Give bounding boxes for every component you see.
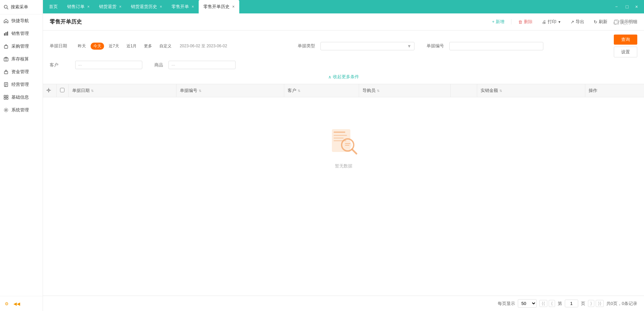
query-button[interactable]: 查询	[614, 35, 637, 45]
settings-icon[interactable]: ⚙	[3, 300, 10, 307]
sidebar-item-label: 库存核算	[11, 56, 29, 62]
date-opt-today[interactable]: 今天	[91, 43, 104, 50]
th-amount[interactable]: 实销金额 ⇅	[477, 84, 585, 97]
tab-close-icon[interactable]: ×	[160, 4, 162, 9]
customer-input[interactable]: ···	[75, 61, 142, 69]
date-options: 昨天 今天 近7天 近1月 更多 自定义	[75, 43, 174, 50]
filter-area: 单据日期 昨天 今天 近7天 近1月 更多 自定义 2023-06-02 至 2…	[43, 31, 644, 84]
print-chevron-icon: ▼	[558, 20, 561, 24]
svg-rect-3	[6, 32, 7, 36]
date-opt-custom[interactable]: 自定义	[157, 43, 174, 50]
tab-sales-return[interactable]: 销货退货 ×	[94, 0, 126, 13]
th-action: 操作	[585, 84, 644, 97]
date-label: 单据日期	[50, 43, 70, 49]
number-input[interactable]	[449, 42, 543, 50]
data-table: 单据日期 ⇅ 单据编号 ⇅ 客户 ⇅	[43, 84, 644, 97]
main-content: 首页 销售订单 × 销货退货 × 销货退货历史 × 零售开单 × 零售开单历史 …	[43, 0, 644, 311]
page-label: 第	[556, 301, 563, 307]
page-input[interactable]	[565, 300, 578, 307]
goods-label: 商品	[154, 62, 163, 68]
svg-rect-15	[4, 98, 6, 99]
sidebar-item-label: 资金管理	[11, 69, 29, 75]
empty-state: 暂无数据	[43, 97, 644, 196]
display-detail-toggle[interactable]: 显示明细	[614, 19, 637, 25]
sidebar-search-label: 搜索采单	[11, 4, 28, 10]
th-customer-label: 客户	[288, 88, 296, 94]
sidebar-item-finance[interactable]: 资金管理	[0, 65, 43, 78]
sidebar-item-sales[interactable]: 销售管理	[0, 27, 43, 40]
date-opt-7days[interactable]: 近7天	[106, 43, 122, 50]
svg-rect-13	[4, 95, 6, 97]
prev-page-btn[interactable]: ⟨	[549, 300, 555, 307]
refresh-button[interactable]: ↻ 刷新	[591, 17, 610, 26]
delete-button[interactable]: 🗑 删除	[515, 17, 535, 26]
goods-input[interactable]: ···	[168, 61, 236, 69]
svg-rect-14	[6, 95, 8, 97]
toolbar: + 新增 🗑 删除 🖨 打印 ▼ ↗ 导出 ↻ 刷新 显示明细	[489, 17, 637, 26]
th-customer[interactable]: 客户 ⇅	[284, 84, 359, 97]
date-opt-1month[interactable]: 近1月	[124, 43, 140, 50]
date-opt-more[interactable]: 更多	[141, 43, 155, 50]
table-container[interactable]: 单据日期 ⇅ 单据编号 ⇅ 客户 ⇅	[43, 84, 644, 296]
select-all-checkbox[interactable]	[60, 88, 64, 92]
collapse-label: 收起更多条件	[333, 74, 359, 80]
first-page-btn[interactable]: ⟨⟨	[539, 300, 547, 307]
table-header-row: 单据日期 ⇅ 单据编号 ⇅ 客户 ⇅	[43, 84, 644, 97]
customer-label: 客户	[50, 62, 70, 68]
collapse-button[interactable]: ∧ 收起更多条件	[50, 72, 637, 81]
sort-icon: ⇅	[298, 89, 300, 93]
export-label: 导出	[576, 19, 584, 25]
th-date-label: 单据日期	[72, 88, 90, 94]
collapse-sidebar-icon[interactable]: ◀◀	[13, 300, 20, 307]
tab-retail-open-history[interactable]: 零售开单历史 ×	[199, 0, 239, 13]
tab-sales-order[interactable]: 销售订单 ×	[62, 0, 94, 13]
sidebar-item-basic-info[interactable]: 基础信息	[0, 91, 43, 104]
svg-rect-21	[334, 135, 347, 136]
type-select-arrow: ▼	[407, 44, 411, 49]
next-page-btn[interactable]: ⟩	[588, 300, 594, 307]
tab-close-icon[interactable]: ×	[87, 4, 90, 9]
sidebar-search[interactable]: 搜索采单	[0, 0, 43, 14]
display-detail-checkbox[interactable]	[614, 20, 618, 24]
page-size-select[interactable]: 50 10 20 100	[518, 299, 537, 308]
sidebar-item-quick-nav[interactable]: 快捷导航	[0, 14, 43, 27]
minimize-btn[interactable]: －	[612, 3, 621, 10]
type-select[interactable]: ▼	[320, 42, 414, 50]
th-guide-label: 导购员	[362, 88, 376, 94]
sidebar-item-operations[interactable]: 经营管理	[0, 78, 43, 91]
refresh-icon: ↻	[594, 19, 597, 24]
th-guide[interactable]: 导购员 ⇅	[359, 84, 450, 97]
tab-close-icon[interactable]: ×	[119, 4, 121, 9]
export-button[interactable]: ↗ 导出	[568, 17, 587, 26]
tab-sales-return-history[interactable]: 销货退货历史 ×	[126, 0, 167, 13]
svg-rect-4	[7, 32, 8, 36]
settings-button[interactable]: 设置	[614, 47, 637, 57]
svg-rect-20	[334, 132, 345, 133]
th-date[interactable]: 单据日期 ⇅	[68, 84, 176, 97]
maximize-btn[interactable]: □	[624, 3, 630, 10]
date-opt-yesterday[interactable]: 昨天	[75, 43, 89, 50]
th-settings[interactable]	[43, 84, 56, 97]
tab-bar: 首页 销售订单 × 销货退货 × 销货退货历史 × 零售开单 × 零售开单历史 …	[43, 0, 644, 13]
th-number-label: 单据编号	[180, 88, 197, 94]
print-button[interactable]: 🖨 打印 ▼	[539, 17, 564, 26]
sidebar-item-system[interactable]: 系统管理	[0, 104, 43, 116]
tab-close-icon[interactable]: ×	[232, 4, 235, 9]
export-icon: ↗	[571, 19, 574, 24]
tab-close-icon[interactable]: ×	[192, 4, 194, 9]
tab-retail-open-label: 零售开单	[171, 4, 189, 10]
sidebar-item-inventory[interactable]: 库存核算	[0, 53, 43, 65]
tab-home[interactable]: 首页	[44, 0, 62, 13]
divider	[511, 19, 511, 24]
page-text: 页	[580, 301, 587, 307]
sidebar-bottom: ⚙ ◀◀	[0, 296, 43, 311]
th-number[interactable]: 单据编号 ⇅	[176, 84, 284, 97]
th-checkbox[interactable]	[56, 84, 68, 97]
box-icon	[3, 56, 9, 62]
close-btn[interactable]: ×	[633, 3, 640, 10]
tab-retail-open[interactable]: 零售开单 ×	[167, 0, 199, 13]
tab-retail-open-history-label: 零售开单历史	[203, 4, 230, 10]
sidebar-item-purchase[interactable]: 采购管理	[0, 40, 43, 53]
add-button[interactable]: + 新增	[489, 17, 507, 26]
last-page-btn[interactable]: ⟩⟩	[596, 300, 604, 307]
